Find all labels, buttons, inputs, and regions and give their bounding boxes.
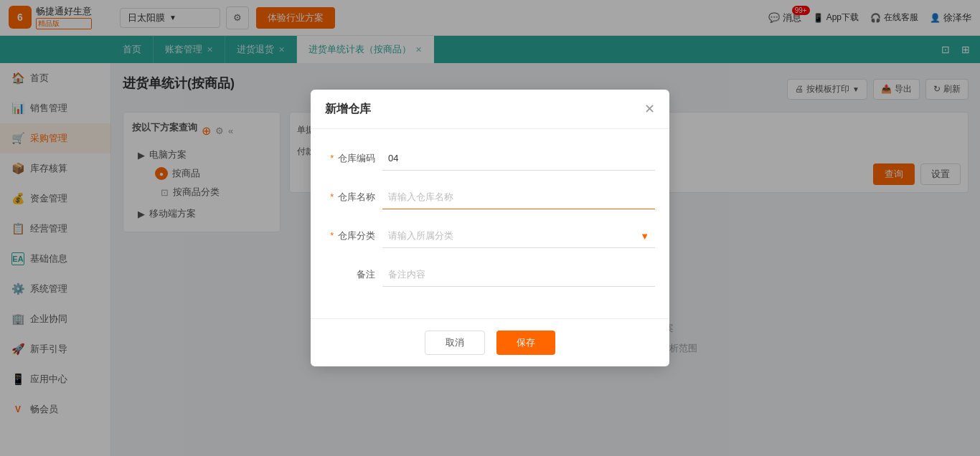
code-input[interactable] — [382, 146, 655, 171]
note-label: 备注 — [325, 268, 382, 281]
form-row-category: * 仓库分类 ▼ 请输入所属分类 — [325, 224, 655, 248]
note-input[interactable] — [382, 262, 655, 287]
category-select[interactable] — [382, 224, 655, 248]
modal-title: 新增仓库 — [325, 102, 371, 117]
save-button[interactable]: 保存 — [496, 331, 555, 355]
code-label: * 仓库编码 — [325, 152, 382, 165]
add-warehouse-modal: 新增仓库 ✕ * 仓库编码 * 仓库名称 — [311, 90, 669, 366]
category-select-wrap: ▼ 请输入所属分类 — [382, 224, 655, 248]
name-input[interactable] — [382, 185, 655, 209]
form-row-code: * 仓库编码 — [325, 146, 655, 171]
name-label: * 仓库名称 — [325, 191, 382, 204]
modal-backdrop[interactable]: 新增仓库 ✕ * 仓库编码 * 仓库名称 — [0, 0, 980, 456]
category-label: * 仓库分类 — [325, 229, 382, 242]
form-row-note: 备注 — [325, 262, 655, 287]
modal-header: 新增仓库 ✕ — [311, 90, 669, 129]
modal-close-icon[interactable]: ✕ — [644, 101, 655, 117]
cancel-button[interactable]: 取消 — [425, 331, 485, 355]
form-row-name: * 仓库名称 — [325, 185, 655, 209]
modal-body: * 仓库编码 * 仓库名称 * 仓库分类 — [311, 129, 669, 318]
modal-footer: 取消 保存 — [311, 318, 669, 366]
